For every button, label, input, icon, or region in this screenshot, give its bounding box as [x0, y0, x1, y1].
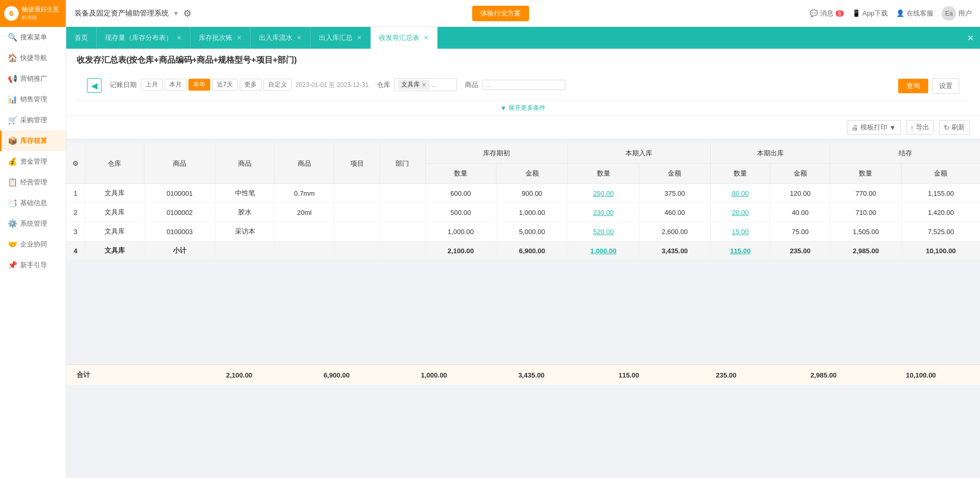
cart-icon: 🛒	[8, 115, 17, 125]
online-service-action[interactable]: 👤 在线客服	[896, 9, 933, 18]
logo-icon: 6	[4, 6, 19, 21]
th-bal-amt: 金额	[901, 164, 980, 184]
user-action[interactable]: Ea 用户	[942, 6, 972, 21]
row3-code: 0100003	[144, 222, 215, 241]
tab-batch[interactable]: 库存批次账 ✕	[191, 27, 251, 49]
sidebar: 6 畅捷通好生意 标准版 🔍 搜索菜单 🏠 快捷导航 📢 营销推广 📊 销售管理…	[0, 0, 66, 478]
gear-icon: ⚙️	[8, 219, 17, 228]
date-buttons: 上月 本月 本年 近7天 更多 自定义	[141, 79, 291, 91]
tab-stock-dist[interactable]: 现存量（库存分布表） ✕	[97, 27, 191, 49]
sidebar-label-finance: 资金管理	[20, 157, 47, 166]
dropdown-arrow-icon[interactable]: ▼	[173, 10, 179, 17]
sidebar-item-system[interactable]: ⚙️ 系统管理	[0, 213, 66, 234]
date-btn-this-year[interactable]: 本年	[188, 79, 210, 91]
tab-inout-flow-close-icon[interactable]: ✕	[297, 34, 302, 41]
tab-inout-summary-close-icon[interactable]: ✕	[357, 34, 362, 41]
product-tag-container[interactable]: ...	[482, 80, 565, 90]
total-bal-qty: 2,985.00	[775, 371, 872, 379]
sidebar-label-purchase: 采购管理	[20, 115, 47, 125]
main-content: 装备及固定资产辅助管理系统 ▼ ⚙ 体验行业方案 💬 消息 6 📱 App下载 …	[66, 0, 980, 478]
row2-in-qty[interactable]: 230.00	[568, 203, 639, 222]
row1-in-qty[interactable]: 250.00	[568, 184, 639, 203]
tab-home[interactable]: 首页	[66, 27, 97, 49]
row3-out-qty[interactable]: 15.00	[710, 222, 770, 241]
row3-in-qty[interactable]: 520.00	[568, 222, 639, 241]
handshake-icon: 🤝	[8, 240, 17, 249]
warehouse-tag-text: 文具库	[401, 80, 420, 89]
warehouse-filter-label: 仓库	[377, 80, 390, 90]
row3-spec	[274, 222, 334, 241]
trial-button[interactable]: 体验行业方案	[472, 6, 529, 21]
notification-action[interactable]: 💬 消息 6	[810, 9, 844, 18]
row1-dept	[379, 184, 425, 203]
data-table: ⚙ 仓库 商品 商品 商品 项目 部门 库存期初 本期入库 本期出库 结存	[66, 143, 980, 260]
content-spacer	[66, 260, 980, 364]
date-btn-custom[interactable]: 自定义	[264, 79, 291, 91]
tab-stock-dist-close-icon[interactable]: ✕	[177, 34, 182, 41]
filter-toggle-button[interactable]: ◀	[87, 78, 101, 93]
warehouse-tag-container[interactable]: 文具库 ✕ ...	[394, 78, 457, 91]
query-button[interactable]: 查询	[898, 79, 928, 93]
date-btn-more[interactable]: 更多	[240, 79, 261, 91]
row3-beg-qty: 1,000.00	[425, 222, 496, 241]
sidebar-item-marketing[interactable]: 📢 营销推广	[0, 68, 66, 89]
date-btn-this-month[interactable]: 本月	[165, 79, 186, 91]
sidebar-item-purchase[interactable]: 🛒 采购管理	[0, 110, 66, 131]
tab-batch-close-icon[interactable]: ✕	[237, 34, 242, 41]
sidebar-item-search[interactable]: 🔍 搜索菜单	[0, 27, 66, 48]
row2-out-qty[interactable]: 20.00	[710, 203, 770, 222]
sidebar-item-finance[interactable]: 💰 资金管理	[0, 151, 66, 172]
warehouse-more-icon[interactable]: ...	[432, 81, 437, 89]
product-more-icon[interactable]: ...	[486, 81, 491, 89]
footer-values: 2,100.00 6,900.00 1,000.00 3,435.00 115.…	[191, 371, 970, 379]
row1-project	[334, 184, 380, 203]
sidebar-item-operations[interactable]: 📋 经营管理	[0, 172, 66, 193]
subtotal-row: 4 文具库 小计 2,100.00 6,900.00 1,000.00 3,43…	[66, 241, 980, 260]
row2-bal-amt: 1,420.00	[901, 203, 980, 222]
subtotal-in-qty[interactable]: 1,000.00	[568, 241, 639, 260]
package-icon: 📦	[8, 136, 17, 146]
sidebar-item-collab[interactable]: 🤝 企业协同	[0, 234, 66, 255]
tab-collect-summary-close-icon[interactable]: ✕	[423, 34, 429, 41]
row3-out-amt: 75.00	[770, 222, 830, 241]
date-filter-label: 记账日期	[110, 80, 137, 90]
sidebar-label-quick-nav: 快捷导航	[20, 53, 47, 63]
sidebar-label-search: 搜索菜单	[20, 33, 47, 42]
refresh-icon: ↻	[944, 124, 949, 132]
filter-settings-button[interactable]: 设置	[932, 78, 959, 94]
refresh-button[interactable]: ↻ 刷新	[939, 120, 970, 135]
document-icon: 📑	[8, 198, 17, 208]
sidebar-label-inventory: 库存核算	[20, 136, 47, 146]
table-body: 1 文具库 0100001 中性笔 0.7mm 600.00 900.00 25…	[66, 184, 980, 260]
th-name: 商品	[215, 143, 274, 184]
sidebar-item-sales[interactable]: 📊 销售管理	[0, 89, 66, 110]
date-btn-7days[interactable]: 近7天	[212, 79, 238, 91]
chart-icon: 📊	[8, 95, 17, 104]
sidebar-logo: 6 畅捷通好生意 标准版	[0, 0, 66, 27]
expand-label: 展开更多条件	[508, 104, 546, 112]
row1-out-qty[interactable]: 80.00	[710, 184, 770, 203]
row2-out-amt: 40.00	[770, 203, 830, 222]
sidebar-item-inventory[interactable]: 📦 库存核算	[0, 131, 66, 151]
tab-collect-summary[interactable]: 收发存汇总表 ✕	[371, 27, 437, 49]
settings-icon[interactable]: ⚙	[183, 8, 192, 19]
sidebar-item-quick-nav[interactable]: 🏠 快捷导航	[0, 48, 66, 68]
export-button[interactable]: ↑ 导出	[906, 120, 934, 135]
subtotal-empty-project	[334, 241, 380, 260]
expand-bar[interactable]: ▼ 展开更多条件	[77, 100, 970, 115]
sidebar-item-basic-info[interactable]: 📑 基础信息	[0, 193, 66, 213]
th-settings[interactable]: ⚙	[66, 143, 85, 184]
th-in: 本期入库	[568, 143, 711, 164]
sidebar-label-operations: 经营管理	[20, 178, 47, 187]
row1-no: 1	[66, 184, 85, 203]
date-btn-last-month[interactable]: 上月	[141, 79, 163, 91]
sidebar-item-guide[interactable]: 📌 新手引导	[0, 255, 66, 276]
subtotal-out-qty[interactable]: 115.00	[710, 241, 770, 260]
tab-batch-label: 库存批次账	[199, 33, 232, 42]
warehouse-tag-close-icon[interactable]: ✕	[421, 81, 427, 89]
tab-inout-summary[interactable]: 出入库汇总 ✕	[311, 27, 371, 49]
template-print-button[interactable]: 🖨 模板打印 ▼	[847, 120, 901, 135]
app-download-action[interactable]: 📱 App下载	[852, 9, 888, 18]
tab-inout-flow[interactable]: 出入库流水 ✕	[251, 27, 311, 49]
tab-bar-close-icon[interactable]: ✕	[961, 33, 980, 43]
